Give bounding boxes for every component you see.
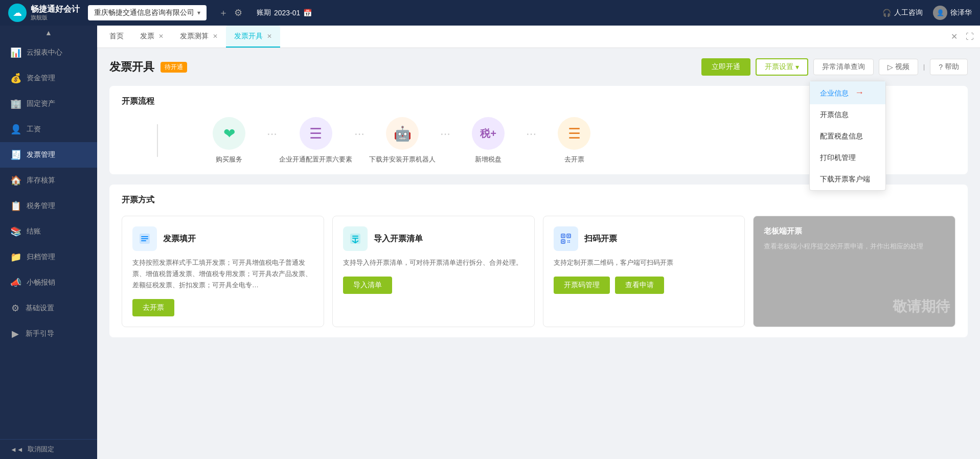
activate-button[interactable]: 立即开通	[701, 58, 750, 76]
fill-header: 发票填开	[132, 226, 313, 251]
robot-icon: 🤖	[386, 117, 419, 150]
folder-icon: 📁	[10, 251, 21, 263]
tax-icon: 📋	[10, 200, 21, 212]
dropdown-item-kaipiaoxinxi[interactable]: 开票信息	[810, 104, 885, 126]
company-selector[interactable]: 重庆畅捷交通信息咨询有限公司 ▾	[88, 5, 207, 20]
headset-icon: 🎧	[882, 9, 891, 17]
svg-rect-13	[562, 241, 564, 242]
fill-icon	[132, 226, 157, 251]
cancel-pin-label: 取消固定	[28, 445, 54, 454]
import-header: 导入开票清单	[343, 226, 524, 251]
kaipiao-icon: ☰	[558, 117, 590, 150]
settings-button[interactable]: 开票设置 ▾	[756, 58, 808, 76]
method-card-fill: 发票填开 支持按照发票样式手工填开发票；可开具增值税电子普通发票、增值税普通发票…	[122, 216, 324, 327]
abnormal-button[interactable]: 异常清单查询	[813, 59, 874, 75]
boss-desc: 查看老板端小程序提交的开票申请，并作出相应的处理	[764, 241, 945, 252]
flow-step-robot: 🤖 下载并安装开票机器人	[367, 117, 438, 164]
methods-grid: 发票填开 支持按照发票样式手工填开发票；可开具增值税电子普通发票、增值税普通发票…	[122, 216, 955, 327]
close-cesuan-tab[interactable]: ✕	[213, 33, 218, 40]
scan-desc: 支持定制开票二维码，客户端可扫码开票	[554, 257, 735, 268]
sidebar-label-gudingzichan: 固定资产	[27, 99, 55, 108]
maximize-icon[interactable]: ⛶	[964, 30, 976, 43]
scroll-up[interactable]: ▲	[0, 26, 97, 40]
tab-bar: 首页 发票 ✕ 发票测算 ✕ 发票开具 ✕ ✕ ⛶	[97, 26, 980, 48]
logo-text-area: 畅捷通好会计 旗舰版	[31, 4, 80, 21]
tab-fapiao-cesuan[interactable]: 发票测算 ✕	[172, 26, 226, 48]
sidebar-label-jiezhang: 结账	[27, 227, 41, 236]
fill-title: 发票填开	[163, 234, 196, 244]
period-info: 账期 2023-01 📅	[257, 8, 312, 17]
close-window-icon[interactable]: ✕	[949, 30, 960, 43]
sidebar-label-xinshouyindao: 新手引导	[26, 329, 54, 338]
sidebar-item-jiezhang[interactable]: 📚 结账	[0, 219, 97, 244]
tab-home[interactable]: 首页	[101, 26, 132, 48]
sidebar-item-shuiwu[interactable]: 📋 税务管理	[0, 193, 97, 219]
import-btn[interactable]: 导入清单	[343, 277, 392, 294]
page-content: 发票开具 待开通 立即开通 开票设置 ▾ 异常清单查询 ▷ 视频	[97, 48, 980, 459]
method-card-import: 导入开票清单 支持导入待开票清单，可对待开票清单进行拆分、合并处理。 导入清单	[332, 216, 535, 327]
header-actions: 立即开通 开票设置 ▾ 异常清单查询 ▷ 视频 | ?	[701, 58, 968, 76]
sidebar-item-jichushezhi[interactable]: ⚙ 基础设置	[0, 295, 97, 321]
overlay-text: 敬请期待	[893, 297, 950, 316]
separator: |	[923, 63, 925, 71]
video-button[interactable]: ▷ 视频	[879, 59, 918, 75]
money-icon: 💰	[10, 73, 21, 84]
svg-rect-12	[568, 235, 569, 237]
svg-rect-6	[352, 238, 358, 239]
tab-fapiao-kaiju-label: 发票开具	[234, 32, 263, 41]
dropdown-menu: 企业信息 → 开票信息 配置税盘信息 打印机管理	[809, 81, 886, 191]
gear-icon: ⚙	[10, 303, 20, 314]
dropdown-item-dayinjiguanli[interactable]: 打印机管理	[810, 147, 885, 169]
sidebar-label-yunbaobiao: 云报表中心	[27, 48, 62, 57]
flow-step-enterprise: ☰ 企业开通配置开票六要素	[279, 117, 352, 164]
page-title-area: 发票开具 待开通	[109, 59, 187, 75]
flow-arrow-3: ···	[440, 126, 450, 155]
dropdown-item-xiazaikaipiao[interactable]: 下载开票客户端	[810, 169, 885, 190]
sidebar-label-shuiwu: 税务管理	[27, 201, 55, 211]
flow-arrow-2: ···	[354, 126, 364, 155]
tab-fapiao[interactable]: 发票 ✕	[132, 26, 172, 48]
tab-fapiao-kaiju[interactable]: 发票开具 ✕	[226, 26, 280, 48]
scan-btn-view[interactable]: 查看申请	[615, 277, 664, 294]
buy-icon: ❤	[213, 117, 245, 150]
help-button[interactable]: ? 帮助	[930, 59, 968, 75]
close-kaiju-tab[interactable]: ✕	[267, 33, 272, 40]
sidebar-label-kucun: 库存核算	[27, 176, 55, 185]
method-card-scan: 扫码开票 支持定制开票二维码，客户端可扫码开票 开票码管理 查看申请	[543, 216, 745, 327]
add-icon[interactable]: ＋	[219, 7, 228, 19]
sidebar-item-xiaochang[interactable]: 📣 小畅报销	[0, 270, 97, 295]
sidebar-item-kucun[interactable]: 🏠 库存核算	[0, 168, 97, 193]
sidebar-label-guidang: 归档管理	[27, 253, 55, 262]
fill-btn[interactable]: 去开票	[132, 299, 174, 316]
sidebar-item-gudingzichan[interactable]: 🏢 固定资产	[0, 91, 97, 117]
sidebar-item-yunbaobiao[interactable]: 📊 云报表中心	[0, 40, 97, 65]
user-menu[interactable]: 👤 徐泽华	[933, 6, 972, 20]
tab-home-label: 首页	[109, 32, 124, 41]
tab-fapiao-label: 发票	[140, 32, 154, 41]
scan-btn-manage[interactable]: 开票码管理	[554, 277, 610, 294]
consult-label: 人工咨询	[894, 8, 923, 17]
sidebar-item-guidang[interactable]: 📁 归档管理	[0, 244, 97, 270]
dropdown-item-qiyexinxi[interactable]: 企业信息 →	[810, 81, 885, 104]
dropdown-item-peizhishuipan[interactable]: 配置税盘信息	[810, 126, 885, 147]
logo-name: 畅捷通好会计	[31, 4, 80, 14]
enterprise-icon: ☰	[300, 117, 332, 150]
settings-icon[interactable]: ⚙	[234, 7, 242, 18]
status-badge: 待开通	[161, 62, 187, 73]
close-fapiao-tab[interactable]: ✕	[158, 33, 164, 40]
sidebar-bottom-cancel[interactable]: ◄◄ 取消固定	[0, 439, 97, 459]
avatar: 👤	[933, 6, 947, 20]
invoice-icon: 🧾	[10, 149, 21, 160]
calendar-icon[interactable]: 📅	[303, 9, 312, 17]
help-label: 帮助	[945, 62, 959, 72]
sidebar-item-zijin[interactable]: 💰 资金管理	[0, 65, 97, 91]
shuipan-icon: 税+	[472, 117, 505, 150]
page-title: 发票开具	[109, 59, 154, 75]
logo-sub: 旗舰版	[31, 14, 80, 21]
sidebar-item-xinshouyindao[interactable]: ▶ 新手引导	[0, 321, 97, 347]
sidebar-scroll: 📊 云报表中心 💰 资金管理 🏢 固定资产 👤 工资 🧾 发票管理	[0, 40, 97, 439]
consult-button[interactable]: 🎧 人工咨询	[882, 8, 923, 17]
sidebar-item-fapiao[interactable]: 🧾 发票管理	[0, 142, 97, 168]
import-desc: 支持导入待开票清单，可对待开票清单进行拆分、合并处理。	[343, 257, 524, 268]
sidebar-item-gongzi[interactable]: 👤 工资	[0, 117, 97, 142]
